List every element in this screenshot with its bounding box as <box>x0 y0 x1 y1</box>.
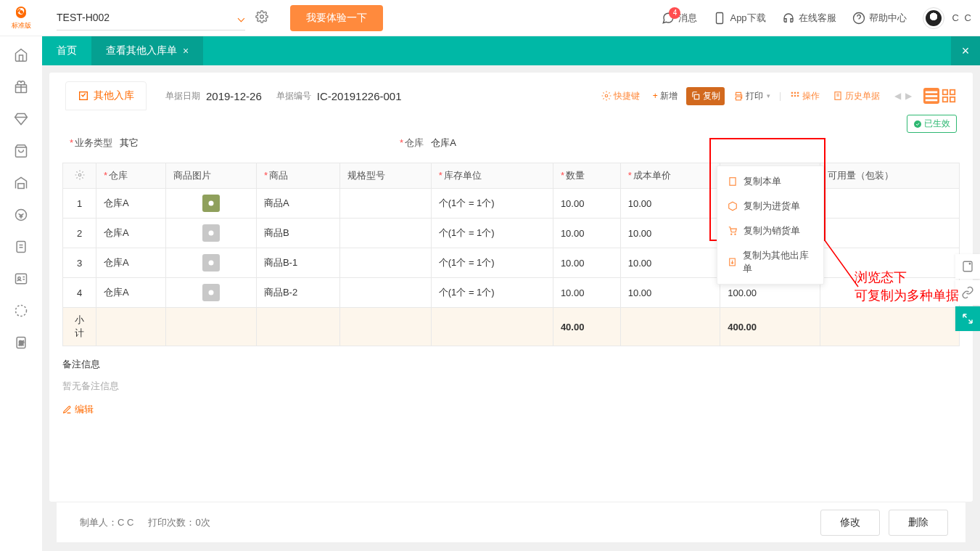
logo-icon <box>12 5 30 23</box>
chevron-down-icon: ▾ <box>767 92 770 99</box>
support-label: 在线客服 <box>799 12 836 25</box>
col-spec: 规格型号 <box>340 163 431 189</box>
cell-price: 10.00 <box>620 278 720 308</box>
tab-current[interactable]: 查看其他入库单 × <box>91 36 203 65</box>
logo[interactable]: 标准版 <box>0 5 42 30</box>
svg-rect-25 <box>797 92 799 94</box>
delete-button[interactable]: 删除 <box>889 510 948 536</box>
product-thumb <box>202 254 220 272</box>
sidebar-warehouse-icon[interactable] <box>12 174 30 192</box>
sidebar-home-icon[interactable] <box>12 46 30 64</box>
svg-point-52 <box>969 264 971 265</box>
footer-print-count: 打印次数：0次 <box>148 516 210 529</box>
cell-spec <box>340 248 431 278</box>
shortcut-button[interactable]: 快捷键 <box>597 87 644 105</box>
cell-unit: 个(1个 = 1个) <box>431 278 553 308</box>
sidebar-file-icon[interactable]: 新 <box>12 334 30 351</box>
help-link[interactable]: 帮助中心 <box>852 12 907 25</box>
help-icon <box>852 12 865 25</box>
sidebar-bag-icon[interactable] <box>12 142 30 160</box>
avatar <box>923 7 944 29</box>
settings-gear-icon[interactable] <box>255 10 268 25</box>
sidebar-refresh-icon[interactable] <box>12 302 30 319</box>
out-icon <box>728 257 737 267</box>
table-row[interactable]: 3 仓库A 商品B-1 个(1个 = 1个) 10.00 10.00 100.0… <box>63 248 960 278</box>
cell-image <box>165 248 256 278</box>
tab-home[interactable]: 首页 <box>42 36 91 65</box>
svg-point-47 <box>735 234 736 234</box>
prev-arrow-icon[interactable]: ◀ <box>893 89 902 102</box>
cell-product: 商品B-1 <box>256 248 339 278</box>
copy-icon <box>691 91 701 101</box>
sidebar-money-icon[interactable] <box>12 206 30 224</box>
print-icon <box>733 91 744 101</box>
doc-no-label: 单据编号 <box>276 90 311 102</box>
gear-icon <box>601 91 612 101</box>
messages-badge: 4 <box>669 7 680 19</box>
side-tool-link-icon[interactable] <box>955 280 980 305</box>
edit-icon <box>62 405 72 415</box>
table-row[interactable]: 2 仓库A 商品B 个(1个 = 1个) 10.00 10.00 100.00 <box>63 219 960 248</box>
edit-remarks-button[interactable]: 编辑 <box>62 403 960 416</box>
modify-button[interactable]: 修改 <box>820 510 880 536</box>
side-tool-expand-icon[interactable] <box>955 306 980 331</box>
col-gear[interactable] <box>63 163 96 189</box>
svg-rect-36 <box>950 90 955 94</box>
copy-button[interactable]: 复制 <box>686 87 725 105</box>
top-header: 标准版 TEST-H002 ⌵ 我要体验一下 4 消息 App下载 在线客服 <box>0 0 980 36</box>
table-row[interactable]: 4 仓库A 商品B-2 个(1个 = 1个) 10.00 10.00 100.0… <box>63 278 960 308</box>
sidebar-gift-icon[interactable] <box>12 78 30 96</box>
subtotal-row: 小计40.00400.00 <box>63 308 960 346</box>
cell-warehouse: 仓库A <box>96 248 166 278</box>
cell-warehouse: 仓库A <box>96 189 166 219</box>
svg-point-44 <box>208 290 213 295</box>
cell-avail <box>820 248 959 278</box>
support-link[interactable]: 在线客服 <box>782 12 836 25</box>
app-download-link[interactable]: App下载 <box>713 12 765 25</box>
add-button[interactable]: +新增 <box>648 87 682 105</box>
user-menu[interactable]: C C <box>923 7 973 29</box>
cell-price: 10.00 <box>620 219 720 248</box>
cell-price: 10.00 <box>620 248 720 278</box>
svg-point-16 <box>16 306 27 317</box>
messages-link[interactable]: 4 消息 <box>662 12 697 25</box>
svg-rect-7 <box>18 184 24 189</box>
remarks-title: 备注信息 <box>62 358 960 371</box>
print-button[interactable]: 打印▾ <box>729 87 775 105</box>
svg-rect-35 <box>943 90 947 94</box>
dropdown-copy-this[interactable]: 复制本单 <box>717 169 823 194</box>
grid-icon <box>790 91 800 101</box>
ops-button[interactable]: 操作 <box>786 87 824 105</box>
svg-point-43 <box>208 261 213 266</box>
doc-type-tab[interactable]: 其他入库 <box>65 81 147 110</box>
cell-warehouse: 仓库A <box>96 219 166 248</box>
cta-button[interactable]: 我要体验一下 <box>290 5 383 31</box>
doc-date: 2019-12-26 <box>206 90 262 102</box>
chevron-down-icon: ⌵ <box>237 9 245 25</box>
table-row[interactable]: 1 仓库A 商品A 个(1个 = 1个) 10.00 10.00 100.00 <box>63 189 960 219</box>
tab-close-icon[interactable]: × <box>183 45 189 57</box>
sidebar-contact-icon[interactable] <box>12 270 30 287</box>
view-list-toggle[interactable] <box>923 88 939 104</box>
dropdown-copy-sales[interactable]: 复制为销货单 <box>717 219 823 243</box>
col-unit: *库存单位 <box>431 163 553 189</box>
company-selector[interactable]: TEST-H002 ⌵ <box>57 5 245 30</box>
dropdown-copy-other-out[interactable]: 复制为其他出库单 <box>717 243 823 281</box>
sidebar-diamond-icon[interactable] <box>12 110 30 128</box>
footer: 制单人：C C 打印次数：0次 修改 删除 <box>57 502 965 542</box>
cell-spec <box>340 189 431 219</box>
cell-avail <box>820 278 959 308</box>
next-arrow-icon[interactable]: ▶ <box>904 89 913 102</box>
user-name: C C <box>952 12 973 23</box>
history-button[interactable]: 历史单据 <box>828 87 884 105</box>
plus-icon: + <box>653 91 658 101</box>
sidebar: 新 <box>0 36 42 551</box>
side-tool-note-icon[interactable] <box>955 254 980 279</box>
sidebar-clipboard-icon[interactable] <box>12 238 30 256</box>
company-name: TEST-H002 <box>57 12 231 23</box>
view-grid-toggle[interactable] <box>941 88 957 104</box>
tabs-close-button[interactable]: × <box>951 36 980 65</box>
dropdown-copy-purchase[interactable]: 复制为进货单 <box>717 194 823 219</box>
svg-point-0 <box>260 15 264 19</box>
col-image: 商品图片 <box>165 163 256 189</box>
